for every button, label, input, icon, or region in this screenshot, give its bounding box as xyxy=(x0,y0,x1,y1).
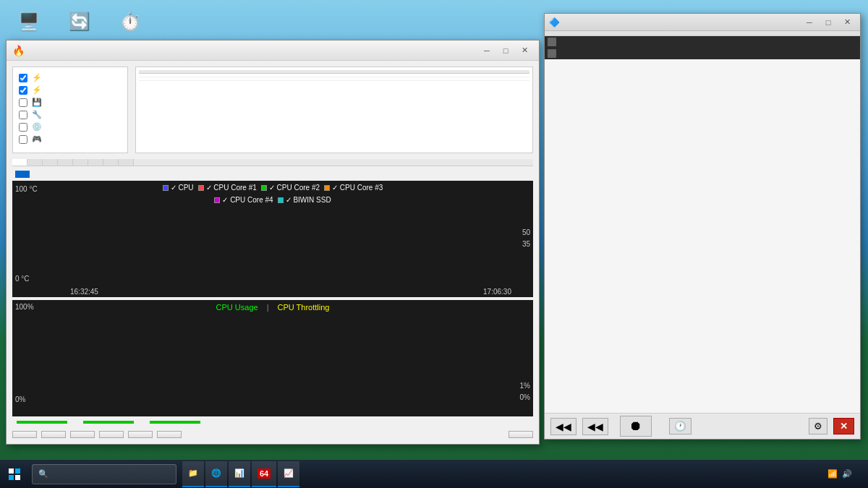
network-icon[interactable]: 📶 xyxy=(827,469,838,479)
remaining-battery-stat xyxy=(12,421,67,424)
test-started-stat xyxy=(79,421,134,424)
blue-indicator xyxy=(15,171,30,178)
taskbar-item-edge[interactable]: 🌐 xyxy=(205,461,227,487)
hwinfo-settings-button[interactable]: ⚙ xyxy=(809,418,827,435)
hwinfo-window-controls: ─ □ ✕ xyxy=(801,15,856,30)
stress-fpu-icon: ⚡ xyxy=(32,85,42,95)
tab-cooling-fans[interactable] xyxy=(27,159,43,166)
test-started-value xyxy=(83,421,134,424)
hwinfo-titlebar[interactable]: 🔷 ─ □ ✕ xyxy=(545,14,860,31)
stress-cpu-item: ⚡ xyxy=(19,73,122,82)
stress-cpu-checkbox[interactable] xyxy=(19,74,27,82)
legend-core2: ✓ CPU Core #2 xyxy=(261,184,320,192)
log-panel xyxy=(135,67,533,153)
aida64-content: ⚡ ⚡ 💾 🔧 xyxy=(7,61,539,444)
tab-clocks[interactable] xyxy=(88,159,103,166)
hwinfo-minimize-button[interactable]: ─ xyxy=(801,15,818,30)
computer-icon: 🖥️ xyxy=(14,7,43,36)
app1-icon: 📊 xyxy=(234,468,244,478)
cpu-usage-chart: 100% 0% 1%0% CPU Usage | CPU Throttling xyxy=(12,300,533,416)
hwinfo-table xyxy=(545,31,860,413)
elapsed-time-stat xyxy=(145,421,200,424)
aida64-bottom-stats xyxy=(12,416,533,428)
stress-memory-item: 🔧 xyxy=(19,110,122,119)
legend-core3: ✓ CPU Core #3 xyxy=(324,184,383,192)
tab-statistics[interactable] xyxy=(119,159,134,166)
desktop-icon-3[interactable]: ⏱️ xyxy=(109,7,152,36)
temp-values-right: 5035 xyxy=(522,227,530,250)
legend-core4: ✓ CPU Core #4 xyxy=(214,196,273,204)
tab-powers[interactable] xyxy=(73,159,88,166)
tab-voltages[interactable] xyxy=(43,159,58,166)
hwinfo-window: 🔷 ─ □ ✕ xyxy=(544,13,861,440)
taskbar-item-app3[interactable]: 📈 xyxy=(278,461,299,487)
aida64-title-icon: 🔥 xyxy=(12,45,24,56)
taskbar-system-icons: 📶 🔊 xyxy=(827,469,856,479)
aida64-titlebar[interactable]: 🔥 ─ □ ✕ xyxy=(7,40,539,61)
hwinfo-back-button[interactable]: ◀◀ xyxy=(550,418,576,435)
log-entry-2 xyxy=(139,77,529,81)
start-button-taskbar[interactable] xyxy=(0,460,29,489)
hwinfo-thead xyxy=(545,31,860,36)
temp-y-bot: 0 °C xyxy=(15,275,30,283)
search-icon: 🔍 xyxy=(38,469,48,479)
temp-y-top: 100 °C xyxy=(15,185,38,193)
tab-currents[interactable] xyxy=(58,159,73,166)
hwinfo-close-button[interactable]: ✕ xyxy=(838,15,856,30)
start-button[interactable] xyxy=(12,431,37,438)
volume-icon[interactable]: 🔊 xyxy=(842,469,852,479)
hwinfo-tbody[interactable] xyxy=(545,36,860,413)
legend-ssd: ✓ BIWIN SSD xyxy=(278,196,331,204)
close-aida-button[interactable] xyxy=(509,431,533,438)
stress-cache-checkbox[interactable] xyxy=(19,98,27,107)
stress-disks-icon: 💿 xyxy=(32,122,42,132)
cpu-group-icon-2 xyxy=(548,49,556,58)
hwinfo-prev-button[interactable]: ◀◀ xyxy=(582,418,608,435)
taskbar-items: 📁 🌐 📊 64 📈 xyxy=(182,461,299,487)
taskbar-search[interactable]: 🔍 xyxy=(32,464,176,484)
cpu-y-top: 100% xyxy=(15,303,34,311)
elapsed-value xyxy=(150,421,200,424)
desktop-icons: 🖥️ 🔄 ⏱️ xyxy=(7,7,152,36)
legend-core1: ✓ CPU Core #1 xyxy=(198,184,257,192)
cpu-group-icon-1 xyxy=(548,38,556,46)
tab-temperatures[interactable] xyxy=(12,159,27,166)
stress-fpu-checkbox[interactable] xyxy=(19,86,27,95)
temp-legend: ✓ CPU ✓ CPU Core #1 ✓ CPU Core #2 ✓ CPU … xyxy=(142,184,403,204)
desktop-icon-1[interactable]: 🖥️ xyxy=(7,7,51,36)
stress-disks-item: 💿 xyxy=(19,122,122,132)
legend-separator: | xyxy=(267,303,269,312)
aida64-window: 🔥 ─ □ ✕ ⚡ ⚡ xyxy=(6,40,540,445)
aida64-minimize-button[interactable]: ─ xyxy=(478,43,495,58)
clear-button[interactable] xyxy=(70,431,95,438)
tab-unified[interactable] xyxy=(103,159,119,166)
desktop: 🖥️ 🔄 ⏱️ 🔥 ─ □ ✕ xyxy=(0,0,868,488)
stress-disks-checkbox[interactable] xyxy=(19,123,27,132)
hwinfo-maximize-button[interactable]: □ xyxy=(820,15,837,30)
file-explorer-icon: 📁 xyxy=(188,468,198,478)
cpu-y-bot: 0% xyxy=(15,395,25,403)
legend-cpu: ✓ CPU xyxy=(163,184,194,192)
hwinfo-clock-button[interactable]: 🕐 xyxy=(669,418,692,435)
edge-icon: 🌐 xyxy=(211,468,221,478)
windows-logo-icon xyxy=(9,468,20,480)
desktop-icon-2[interactable]: 🔄 xyxy=(58,7,101,36)
taskbar-item-app2[interactable]: 64 xyxy=(252,461,276,487)
aida64-top-panel: ⚡ ⚡ 💾 🔧 xyxy=(12,67,533,153)
legend-cpu-usage: CPU Usage xyxy=(216,303,258,312)
aida64-close-button[interactable]: ✕ xyxy=(516,43,533,58)
preferences-button[interactable] xyxy=(157,431,182,438)
taskbar-item-file-explorer[interactable]: 📁 xyxy=(182,461,204,487)
sensor-group-cpu2 xyxy=(545,48,860,59)
aida64-maximize-button[interactable]: □ xyxy=(497,43,514,58)
aida64-window-controls: ─ □ ✕ xyxy=(478,43,533,58)
taskbar-item-app1[interactable]: 📊 xyxy=(229,461,250,487)
hwinfo-play-button[interactable]: ⏺ xyxy=(620,416,652,437)
hwinfo-x-button[interactable]: ✕ xyxy=(833,418,854,435)
cpuid-button[interactable] xyxy=(128,431,153,438)
stress-cache-item: 💾 xyxy=(19,98,122,107)
stress-memory-checkbox[interactable] xyxy=(19,111,27,119)
stop-button[interactable] xyxy=(41,431,66,438)
save-button[interactable] xyxy=(99,431,124,438)
stress-gpu-checkbox[interactable] xyxy=(19,135,27,144)
